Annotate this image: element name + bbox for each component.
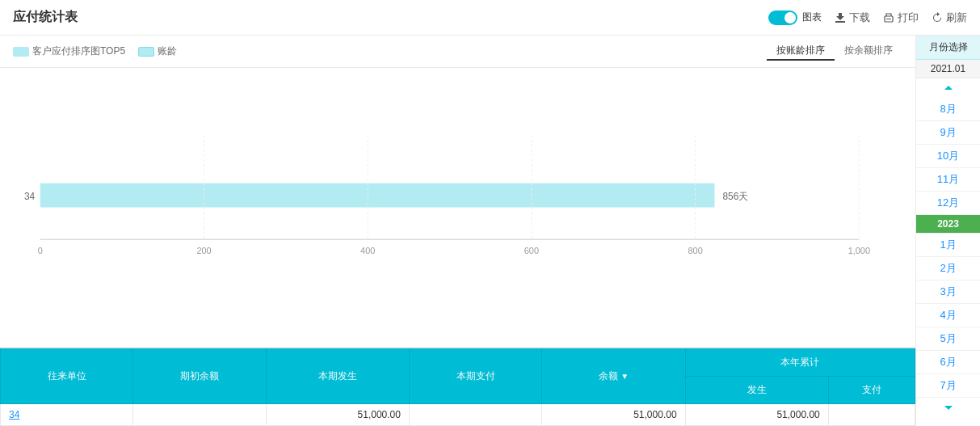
svg-rect-2 [886,19,891,19]
sort-by-balance-btn[interactable]: 按余额排序 [835,42,902,61]
sidebar-month-item[interactable]: 3月 [916,280,980,304]
refresh-button[interactable]: 刷新 [932,11,967,25]
svg-text:400: 400 [360,246,375,255]
bar-chart: 34 856天 0 200 400 600 800 1,000 [16,76,899,339]
sidebar-month-item[interactable]: 2月 [916,257,980,280]
th-unit: 往来单位 [1,349,133,404]
sidebar: 月份选择 2021.01 8月9月10月11月12月20231月2月3月4月5月… [915,36,980,426]
table-row: 34 51,000.00 51,000.00 51,000.00 [1,404,915,426]
svg-text:200: 200 [196,246,211,255]
legend-item-1: 客户应付排序图TOP5 [13,44,125,58]
print-icon [883,12,894,23]
chart-sort-btns: 按账龄排序 按余额排序 [767,42,902,61]
sidebar-month-item[interactable]: 11月 [916,168,980,192]
th-opening: 期初余额 [133,349,266,404]
th-ytd: 本年累计 [685,349,915,377]
sidebar-date-input[interactable]: 2021.01 [916,60,980,78]
download-icon [835,12,846,23]
legend-label-2: 账龄 [158,44,177,58]
table-area: 往来单位 期初余额 本期发生 本期支付 余额 ▼ 本年累计 发生 支付 [0,347,915,426]
td-ytd-occur: 51,000.00 [685,404,828,426]
svg-text:800: 800 [688,246,702,255]
sidebar-scroll[interactable]: 8月9月10月11月12月20231月2月3月4月5月6月7月 [916,78,980,426]
scroll-up-btn[interactable] [916,78,980,98]
sidebar-month-item[interactable]: 9月 [916,121,980,145]
td-unit[interactable]: 34 [1,404,133,426]
sidebar-month-item[interactable]: 7月 [916,374,980,398]
legend-item-2: 账龄 [138,44,177,58]
main-content: 客户应付排序图TOP5 账龄 按账龄排序 按余额排序 34 [0,36,980,426]
bar-y-label: 34 [24,191,36,202]
sidebar-month-item[interactable]: 5月 [916,327,980,351]
td-balance: 51,000.00 [542,404,685,426]
sidebar-month-item[interactable]: 12月 [916,192,980,215]
refresh-icon [932,12,943,23]
sidebar-month-item[interactable]: 1月 [916,234,980,257]
chevron-up-icon [942,82,955,95]
page-title: 应付统计表 [13,9,78,26]
chart-header: 客户应付排序图TOP5 账龄 按账龄排序 按余额排序 [0,36,915,68]
print-button[interactable]: 打印 [883,11,919,25]
chevron-down-icon [942,401,955,414]
scroll-down-btn[interactable] [916,398,980,417]
download-label: 下载 [849,11,870,25]
data-table: 往来单位 期初余额 本期发生 本期支付 余额 ▼ 本年累计 发生 支付 [0,348,915,426]
bar-end-label: 856天 [722,191,748,202]
th-payment: 本期支付 [409,349,541,404]
legend-color-1 [13,47,29,57]
td-ytd-pay [828,404,915,426]
chart-toggle-label: 图表 [802,11,822,24]
chart-legend: 客户应付排序图TOP5 账龄 [13,44,177,58]
chart-toggle-wrap: 图表 [768,11,822,25]
svg-text:1,000: 1,000 [848,246,870,255]
sort-by-age-btn[interactable]: 按账龄排序 [767,42,835,61]
download-button[interactable]: 下载 [835,11,870,25]
refresh-label: 刷新 [946,11,967,25]
print-label: 打印 [898,11,919,25]
sidebar-month-item[interactable]: 6月 [916,351,980,374]
svg-text:0: 0 [38,246,43,255]
header: 应付统计表 图表 下载 打印 刷新 [0,0,980,36]
bar-rect [40,183,715,208]
svg-text:600: 600 [524,246,539,255]
sidebar-header: 月份选择 [916,36,980,60]
th-balance: 余额 ▼ [542,349,685,404]
header-actions: 图表 下载 打印 刷新 [768,11,967,25]
legend-label-1: 客户应付排序图TOP5 [32,44,125,58]
th-ytd-occur: 发生 [685,377,828,404]
td-payment [409,404,541,426]
sidebar-year-badge[interactable]: 2023 [916,215,980,234]
td-current: 51,000.00 [266,404,409,426]
sidebar-month-item[interactable]: 8月 [916,98,980,121]
sidebar-month-item[interactable]: 4月 [916,304,980,327]
chart-area: 客户应付排序图TOP5 账龄 按账龄排序 按余额排序 34 [0,36,915,426]
th-current: 本期发生 [266,349,409,404]
legend-color-2 [138,47,154,57]
chart-container: 34 856天 0 200 400 600 800 1,000 [0,68,915,347]
td-opening [133,404,266,426]
chart-toggle[interactable] [768,11,797,25]
th-ytd-pay: 支付 [828,377,915,404]
app-container: 应付统计表 图表 下载 打印 刷新 [0,0,980,426]
sidebar-month-item[interactable]: 10月 [916,145,980,168]
svg-rect-0 [835,21,845,23]
